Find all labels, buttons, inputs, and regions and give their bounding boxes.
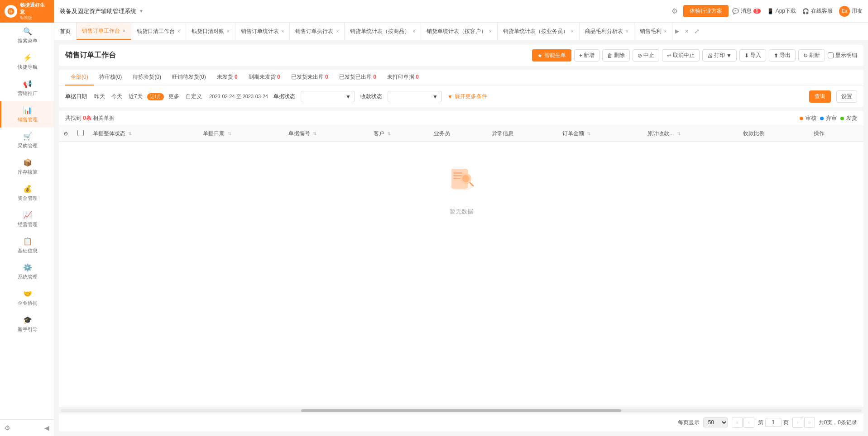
import-button[interactable]: ⬇ 导入 [739,49,766,62]
sort-icon[interactable]: ⇅ [228,131,231,136]
filter-tab-not-shipped[interactable]: 未发货 0 [211,70,243,85]
tab-sales-order[interactable]: 销售订单工作台 × [77,23,131,40]
tab-close-icon[interactable]: × [177,29,180,34]
smart-generate-button[interactable]: ★ 智能生单 [532,49,571,62]
suspend-button[interactable]: ⊘ 中止 [633,49,659,62]
user-menu[interactable]: Ea 用友 [839,6,863,17]
page-input[interactable] [765,418,782,427]
select-all-checkbox[interactable] [77,130,84,136]
sort-icon[interactable]: ⇅ [587,131,590,136]
filter-tab-pending-review[interactable]: 待审核(0) [94,70,128,85]
scrollbar-track[interactable] [61,409,862,412]
tabbar-close-all-btn[interactable]: × [682,28,691,35]
online-service-btn[interactable]: 🎧 在线客服 [802,7,833,15]
status-select[interactable]: ▼ [301,91,355,102]
sidebar-item-sys[interactable]: ⚙️ 系统管理 [0,259,54,285]
tab-label: 销售订单执行表 [295,28,333,35]
filter-tab-shipped-warehoused[interactable]: 已发货已出库 0 [334,70,382,85]
tab-sales-exec[interactable]: 销售订单执行表 × [290,23,345,40]
sort-icon[interactable]: ⇅ [387,131,391,136]
scrollbar-thumb[interactable] [301,409,622,412]
refresh-button[interactable]: ↻ 刷新 [798,49,825,62]
date-option-yesterday[interactable]: 昨天 [92,92,107,101]
next-page-btn[interactable]: › [792,417,803,428]
settings-icon[interactable]: ⚙ [671,7,678,15]
payment-select[interactable]: ▼ [388,91,442,102]
delete-button[interactable]: 🗑 删除 [602,49,630,62]
pagination-buttons: « ‹ [732,417,754,428]
tab-close-icon[interactable]: × [489,29,492,34]
export-button[interactable]: ⬆ 导出 [769,49,796,62]
tab-cash-daily[interactable]: 钱货日清工作台 × [131,23,186,40]
tab-close-icon[interactable]: × [123,28,125,33]
per-page-select[interactable]: 50 10 20 100 [703,417,728,427]
tab-close-icon[interactable]: × [626,29,628,34]
tab-home[interactable]: 首页 [54,23,77,40]
first-page-btn[interactable]: « [732,417,743,428]
sidebar-item-base-info[interactable]: 📋 基础信息 [0,232,54,259]
show-details-toggle[interactable]: 显示明细 [828,52,857,59]
date-option-1month[interactable]: 近1月 [147,93,164,100]
filter-tab-shipped-not-warehoused[interactable]: 已发货未出库 0 [286,70,334,85]
last-page-btn[interactable]: » [804,417,815,428]
add-button[interactable]: + 新增 [574,49,599,62]
tab-sales-profit[interactable]: 销售毛利 × [634,23,673,40]
print-button[interactable]: 🖨 打印 ▼ [702,49,737,62]
sort-icon[interactable]: ⇅ [128,131,132,136]
filter-tab-wangpu[interactable]: 旺铺待发货(0) [167,70,211,85]
col-checkbox[interactable] [73,126,88,142]
date-option-custom[interactable]: 自定义 [184,92,204,101]
sort-icon[interactable]: ⇅ [677,131,681,136]
date-option-7days[interactable]: 近7天 [127,92,144,101]
tab-cash-reconcile[interactable]: 钱货日清对账 × [186,23,235,40]
industry-plan-button[interactable]: 体验行业方案 [683,5,729,17]
cancel-review-action[interactable]: 弃审 [820,114,837,122]
tab-sales-stat-staff[interactable]: 销货单统计表（按业务员） × [498,23,580,40]
ship-action[interactable]: 发货 [840,114,857,122]
review-action[interactable]: 审核 [800,114,816,122]
horizontal-scrollbar[interactable] [59,408,863,413]
tabbar-more-btn[interactable]: ▶ [672,28,682,34]
sidebar-item-marketing[interactable]: 📢 营销推广 [0,75,54,101]
sidebar-item-enterprise[interactable]: 🤝 企业协同 [0,285,54,311]
tab-close-icon[interactable]: × [227,29,230,34]
expand-more-btn[interactable]: ▼ 展开更多条件 [447,93,487,100]
filter-tab-all[interactable]: 全部(0) [65,70,94,85]
tab-sales-stat-product[interactable]: 销货单统计表（按商品） × [345,23,421,40]
col-settings[interactable]: ⚙ [59,126,73,142]
cancel-suspend-button[interactable]: ↩ 取消中止 [662,49,700,62]
tab-gross-margin[interactable]: 商品毛利分析表 × [580,23,634,40]
tabbar-maximize-btn[interactable]: ⤢ [691,28,702,35]
sidebar-item-guide[interactable]: 🎓 新手引导 [0,311,54,337]
sidebar-item-inventory[interactable]: 📦 库存核算 [0,154,54,180]
tab-close-icon[interactable]: × [282,29,284,34]
filter-tab-unprinted[interactable]: 未打印单据 0 [382,70,424,85]
sidebar-collapse-btn[interactable]: ◀ [44,424,49,431]
date-option-more[interactable]: 更多 [167,92,181,101]
filter-tab-expired[interactable]: 到期未发货 0 [243,70,286,85]
tab-close-icon[interactable]: × [571,29,574,34]
sidebar-item-ops[interactable]: 📈 经营管理 [0,206,54,232]
sidebar-item-search[interactable]: 🔍 搜索菜单 [0,23,54,49]
messages-btn[interactable]: 💬 消息 6 [732,7,761,15]
date-option-today[interactable]: 今天 [110,92,124,101]
sidebar-item-purchase[interactable]: 🛒 采购管理 [0,128,54,154]
search-button[interactable]: 查询 [809,90,831,103]
result-count: 0条 [83,115,91,121]
app-download-btn[interactable]: 📱 App下载 [767,7,796,15]
sidebar-item-quick-nav[interactable]: ⚡ 快捷导航 [0,49,54,75]
prev-page-btn[interactable]: ‹ [743,417,754,428]
tab-sales-order-stat[interactable]: 销售订单统计表 × [235,23,290,40]
tab-close-icon[interactable]: × [412,29,415,34]
tab-sales-stat-customer[interactable]: 销货单统计表（按客户） × [421,23,498,40]
empty-text: 暂无数据 [450,208,473,216]
filter-settings-button[interactable]: 设置 [836,90,857,103]
show-details-checkbox[interactable] [828,52,834,58]
tab-close-icon[interactable]: × [664,29,667,34]
tab-close-icon[interactable]: × [336,29,339,34]
sort-icon[interactable]: ⇅ [313,131,317,136]
sidebar-settings-btn[interactable]: ⚙ [5,424,10,431]
sidebar-item-sales[interactable]: 📊 销售管理 [0,101,54,128]
filter-tab-pending-check[interactable]: 待拣验货(0) [127,70,167,85]
sidebar-item-finance[interactable]: 💰 资金管理 [0,180,54,206]
